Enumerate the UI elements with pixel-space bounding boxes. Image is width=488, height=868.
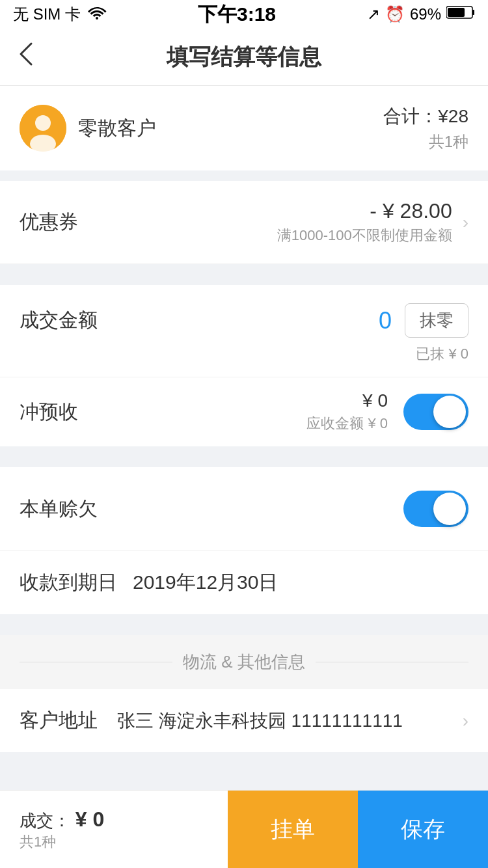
address-section[interactable]: 客户地址 张三 海淀永丰科技园 11111111111 › (0, 689, 488, 752)
customer-count: 共1种 (383, 131, 468, 152)
bottom-deal-value: ¥ 0 (75, 807, 104, 831)
prepay-sub: 应收金额 ¥ 0 (306, 414, 388, 433)
credit-label: 本单赊欠 (20, 496, 98, 522)
deal-amount-sub: 已抹 ¥ 0 (0, 344, 488, 377)
section-separator-2 (0, 457, 488, 467)
round-zero-button[interactable]: 抹零 (405, 303, 468, 338)
logistics-header: 物流 & 其他信息 (0, 635, 488, 689)
customer-section: 零散客户 合计：¥28 共1种 (0, 86, 488, 170)
address-label: 客户地址 (20, 707, 98, 734)
avatar (20, 105, 66, 152)
prepay-amount: ¥ 0 (306, 390, 388, 411)
customer-row: 零散客户 合计：¥28 共1种 (0, 86, 488, 170)
status-right: ↗ ⏰ 69% (367, 5, 475, 23)
section-separator-3 (0, 625, 488, 635)
nav-bar: 填写结算等信息 (0, 29, 488, 86)
prepay-toggle-knob (433, 396, 466, 428)
deal-amount-value: 0 (379, 307, 392, 334)
svg-rect-1 (472, 10, 474, 15)
page-title: 填写结算等信息 (167, 42, 321, 72)
wifi-icon (87, 5, 107, 23)
due-date-label: 收款到期日 (20, 569, 117, 596)
customer-right: 合计：¥28 共1种 (383, 104, 468, 152)
svg-point-4 (35, 115, 51, 131)
customer-name: 零散客户 (78, 115, 156, 142)
hang-order-button[interactable]: 挂单 (228, 791, 358, 868)
bottom-deal-row: 成交： ¥ 0 (20, 807, 208, 832)
svg-rect-2 (448, 8, 465, 17)
bottom-deal-label: 成交： (20, 811, 70, 830)
back-button[interactable] (18, 41, 34, 73)
battery-icon (446, 5, 475, 23)
coupon-section[interactable]: 优惠券 - ¥ 28.00 满1000-100不限制使用金额 › (0, 181, 488, 264)
logistics-title: 物流 & 其他信息 (183, 651, 305, 673)
coupon-amount: - ¥ 28.00 (277, 199, 452, 223)
status-bar: 无 SIM 卡 下午3:18 ↗ ⏰ 69% (0, 0, 488, 29)
address-chevron-icon: › (463, 711, 468, 731)
credit-row: 本单赊欠 (0, 467, 488, 550)
bottom-info: 成交： ¥ 0 共1种 (0, 791, 228, 868)
prepay-left: 冲预收 (20, 399, 78, 426)
deal-amount-row: 成交金额 0 抹零 (0, 285, 488, 344)
prepay-label: 冲预收 (20, 399, 78, 426)
deal-amount-label: 成交金额 (20, 307, 98, 334)
location-icon: ↗ (367, 5, 380, 23)
credit-section: 本单赊欠 收款到期日 2019年12月30日 (0, 467, 488, 614)
address-row[interactable]: 客户地址 张三 海淀永丰科技园 11111111111 › (0, 689, 488, 752)
due-date-row: 收款到期日 2019年12月30日 (0, 550, 488, 614)
prepay-row: 冲预收 ¥ 0 应收金额 ¥ 0 (0, 377, 488, 446)
coupon-desc: 满1000-100不限制使用金额 (277, 226, 452, 245)
prepay-toggle[interactable] (403, 394, 468, 430)
credit-toggle[interactable] (403, 491, 468, 527)
coupon-row[interactable]: 优惠券 - ¥ 28.00 满1000-100不限制使用金额 › (0, 181, 488, 264)
bottom-count: 共1种 (20, 832, 208, 852)
address-value: 张三 海淀永丰科技园 11111111111 (117, 709, 456, 733)
section-separator-1 (0, 275, 488, 285)
coupon-value-block: - ¥ 28.00 满1000-100不限制使用金额 (277, 199, 452, 245)
bottom-bar: 成交： ¥ 0 共1种 挂单 保存 (0, 790, 488, 868)
save-button[interactable]: 保存 (358, 791, 488, 868)
status-left: 无 SIM 卡 (13, 4, 107, 25)
coupon-label: 优惠券 (20, 209, 78, 236)
prepay-value-block: ¥ 0 应收金额 ¥ 0 (306, 390, 388, 433)
status-time: 下午3:18 (198, 1, 276, 28)
customer-total: 合计：¥28 (383, 104, 468, 129)
deal-amount-section: 成交金额 0 抹零 已抹 ¥ 0 冲预收 ¥ 0 应收金额 ¥ 0 (0, 285, 488, 446)
battery-text: 69% (410, 5, 441, 23)
coupon-right: - ¥ 28.00 满1000-100不限制使用金额 › (277, 199, 468, 245)
prepay-right: ¥ 0 应收金额 ¥ 0 (306, 390, 468, 433)
deal-amount-right: 0 抹零 (379, 303, 468, 338)
credit-toggle-knob (433, 493, 466, 525)
due-date-value: 2019年12月30日 (133, 569, 278, 596)
alarm-icon: ⏰ (385, 5, 405, 23)
customer-left: 零散客户 (20, 105, 156, 152)
carrier-text: 无 SIM 卡 (13, 4, 81, 25)
coupon-chevron-icon: › (463, 212, 468, 233)
